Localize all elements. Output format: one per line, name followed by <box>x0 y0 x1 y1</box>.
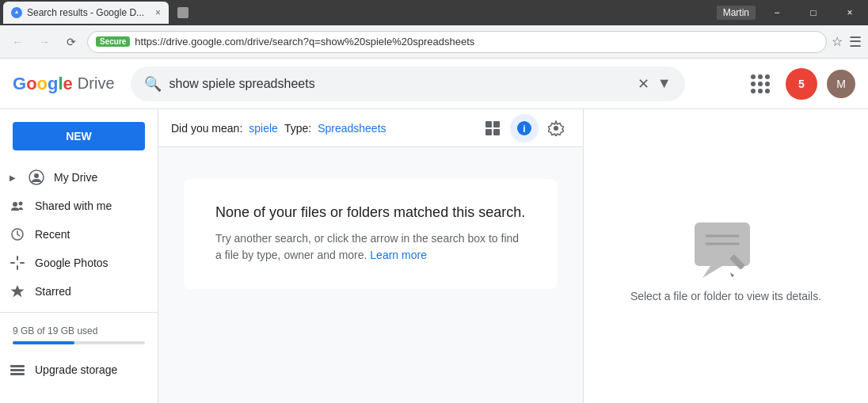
sidebar-item-my-drive[interactable]: ▶ My Drive <box>0 163 148 192</box>
search-info-bar: Did you mean: spiele Type: Spreadsheets <box>158 109 583 147</box>
expand-icon: ▶ <box>10 173 16 182</box>
google-logo: Google Drive <box>13 74 115 94</box>
maximize-button[interactable]: □ <box>795 0 832 25</box>
empty-state: None of your files or folders matched th… <box>158 147 583 403</box>
sidebar-item-upgrade[interactable]: Upgrade storage <box>0 355 148 384</box>
sidebar-item-shared[interactable]: Shared with me <box>0 192 148 220</box>
tab-favicon <box>11 7 22 18</box>
storage-bar-container <box>13 341 145 344</box>
google-g-letter: Google <box>13 74 73 94</box>
sidebar-label-starred: Starred <box>35 285 71 298</box>
search-dropdown-button[interactable]: ▼ <box>657 75 672 92</box>
shared-icon <box>10 198 25 214</box>
sidebar-label-my-drive: My Drive <box>54 171 97 184</box>
back-button[interactable]: ← <box>6 31 29 53</box>
svg-rect-12 <box>10 365 25 367</box>
search-icon-button[interactable]: 🔍 <box>144 75 162 93</box>
svg-marker-27 <box>730 272 734 277</box>
sidebar-label-recent: Recent <box>35 228 70 241</box>
svg-marker-23 <box>702 266 722 278</box>
active-tab[interactable]: Search results - Google D... × <box>3 2 169 24</box>
storage-label: 9 GB of 19 GB used <box>13 325 97 336</box>
url-icons: ☆ ☰ <box>832 33 862 51</box>
learn-more-link[interactable]: Learn more <box>370 249 427 261</box>
sidebar-label-photos: Google Photos <box>35 257 108 269</box>
search-input[interactable] <box>169 77 630 91</box>
close-button[interactable]: × <box>832 0 868 25</box>
avatar[interactable]: M <box>827 70 855 98</box>
tab-close-button[interactable]: × <box>155 7 161 18</box>
storage-info: 9 GB of 19 GB used <box>0 319 158 355</box>
info-icon: i <box>516 120 532 136</box>
sidebar-item-photos[interactable]: Google Photos <box>0 249 148 277</box>
sidebar-divider <box>0 312 158 313</box>
empty-subtitle: Try another search, or click the arrow i… <box>215 230 526 264</box>
svg-point-3 <box>34 173 39 178</box>
grid-view-button[interactable] <box>478 114 507 143</box>
spreadsheets-link[interactable]: Spreadsheets <box>318 122 386 135</box>
forward-button[interactable]: → <box>33 31 55 53</box>
apps-grid-button[interactable] <box>744 68 776 100</box>
titlebar: Search results - Google D... × Martin − … <box>0 0 868 25</box>
type-label: Type: <box>284 122 311 135</box>
sidebar-label-upgrade: Upgrade storage <box>35 363 117 376</box>
main-area: NEW ▶ My Drive Shared with me Recent <box>0 109 868 403</box>
search-clear-button[interactable]: ✕ <box>638 75 649 93</box>
browser-menu-icon[interactable]: ☰ <box>849 33 862 51</box>
titlebar-user: Martin <box>717 6 756 20</box>
empty-message-box: None of your files or folders matched th… <box>184 179 558 289</box>
notification-count: 5 <box>798 78 805 90</box>
photos-icon <box>10 255 25 271</box>
settings-icon <box>548 120 564 136</box>
content-area: Did you mean: spiele Type: Spreadsheets <box>158 109 583 403</box>
search-bar[interactable]: 🔍 ✕ ▼ <box>131 67 685 101</box>
storage-bar <box>13 341 74 344</box>
url-bar: Secure https://drive.google.com/drive/se… <box>87 31 827 53</box>
grid-view-icon <box>485 120 501 136</box>
titlebar-controls: Martin − □ × <box>717 0 868 25</box>
refresh-button[interactable]: ⟳ <box>60 31 82 53</box>
svg-rect-18 <box>493 129 500 135</box>
sidebar-item-starred[interactable]: Starred <box>0 277 148 306</box>
svg-rect-1 <box>177 7 188 18</box>
did-you-mean-text: Did you mean: <box>171 122 242 135</box>
info-button[interactable]: i <box>510 114 539 143</box>
sidebar: NEW ▶ My Drive Shared with me Recent <box>0 109 158 403</box>
minimize-button[interactable]: − <box>759 0 795 25</box>
notification-button[interactable]: 5 <box>786 68 817 100</box>
new-tab[interactable] <box>170 2 196 24</box>
bookmark-icon[interactable]: ☆ <box>832 34 843 49</box>
url-text[interactable]: https://drive.google.com/drive/search?q=… <box>135 36 818 48</box>
new-tab-icon <box>177 6 189 19</box>
sidebar-label-shared: Shared with me <box>35 200 112 212</box>
starred-icon <box>10 283 25 299</box>
detail-placeholder-icon <box>687 211 766 290</box>
svg-point-5 <box>19 202 23 206</box>
content-toolbar-right: i <box>478 114 570 143</box>
svg-rect-13 <box>10 369 25 371</box>
secure-badge: Secure <box>96 36 130 47</box>
apps-grid-icon <box>751 74 770 93</box>
drive-text: Drive <box>78 74 115 93</box>
settings-button[interactable] <box>542 114 570 143</box>
recent-icon <box>10 226 25 242</box>
svg-rect-16 <box>493 121 500 127</box>
svg-rect-14 <box>10 373 25 375</box>
svg-point-21 <box>554 126 558 131</box>
titlebar-left: Search results - Google D... × <box>3 2 196 24</box>
empty-title: None of your files or folders matched th… <box>215 204 526 221</box>
sidebar-item-recent[interactable]: Recent <box>0 220 148 249</box>
tab-title: Search results - Google D... <box>27 7 144 18</box>
new-button[interactable]: NEW <box>13 122 145 150</box>
header-right: 5 M <box>744 68 855 100</box>
addressbar: ← → ⟳ Secure https://drive.google.com/dr… <box>0 25 868 59</box>
svg-rect-17 <box>485 129 492 135</box>
spiele-link[interactable]: spiele <box>249 122 278 135</box>
svg-rect-15 <box>485 121 492 127</box>
detail-text: Select a file or folder to view its deta… <box>630 290 821 302</box>
right-panel: Select a file or folder to view its deta… <box>583 109 868 403</box>
svg-marker-11 <box>11 285 25 298</box>
svg-text:i: i <box>523 124 525 135</box>
upgrade-icon <box>10 362 25 378</box>
my-drive-icon <box>29 169 44 185</box>
